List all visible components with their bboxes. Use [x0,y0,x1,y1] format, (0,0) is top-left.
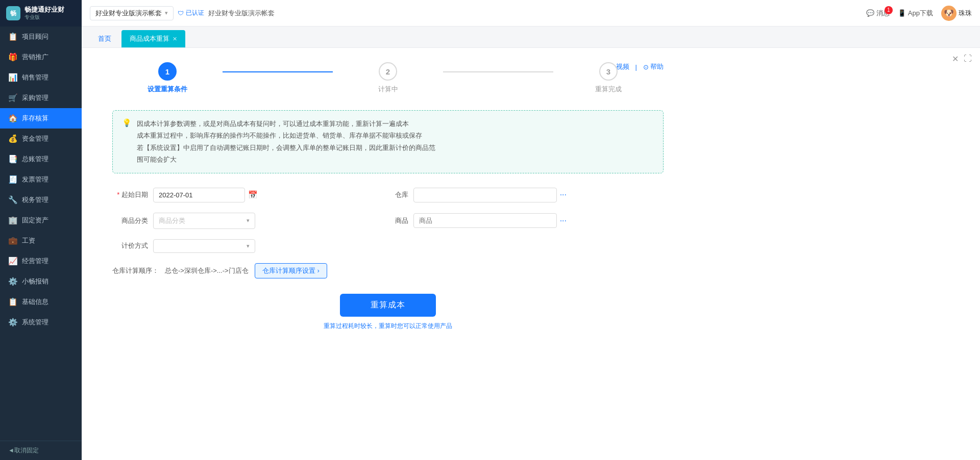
category-label: 商品分类 [112,216,153,225]
message-button[interactable]: 💬 消息 1 [866,9,890,18]
sidebar-item-label: 税务管理 [22,195,48,205]
form-section: 起始日期 📅 仓库 ··· [112,188,664,278]
sidebar-item-expense[interactable]: ⚙️ 小畅报销 [0,271,82,292]
info-text: 因成本计算参数调整，或是对商品成本有疑问时，可以通过成本重算功能，重新计算一遍成… [137,118,435,166]
sidebar-item-project[interactable]: 📋 项目顾问 [0,27,82,47]
topbar-right: 💬 消息 1 📱 App下载 🐶 珠珠 [866,6,972,21]
pricing-group: 计价方式 ▾ [112,239,664,253]
category-select[interactable]: 商品分类 ▾ [153,213,255,229]
system-icon: ⚙️ [8,318,18,327]
step-1-num: 1 [165,67,169,76]
calendar-icon[interactable]: 📅 [248,190,258,199]
marketing-icon: 🎁 [8,53,18,62]
warehouse-input[interactable] [413,188,557,202]
warehouse-order-row: 仓库计算顺序： 总仓->深圳仓库->...->门店仓 仓库计算顺序设置 › [112,263,664,278]
sidebar-header: 畅 畅捷通好业财 专业版 [0,0,82,27]
warehouse-label: 仓库 [388,190,413,199]
sidebar-item-tax[interactable]: 🔧 税务管理 [0,190,82,210]
sidebar-item-salary[interactable]: 💼 工资 [0,231,82,251]
help-link[interactable]: ⊙ 帮助 [643,62,664,71]
sidebar-item-label: 采购管理 [22,93,48,103]
recalc-tab-label: 商品成本重算 [130,34,169,43]
sidebar-item-label: 资金管理 [22,134,48,143]
app-download-button[interactable]: 📱 App下载 [898,9,933,18]
form-row-2: 商品分类 商品分类 ▾ 商品 ··· [112,213,664,229]
info-line-2: 成本重算过程中，影响库存账的操作均不能操作，比如进货单、销货单、库存单据不能审核… [137,130,435,141]
app-subtitle: 专业版 [24,14,64,21]
sidebar-item-label: 营销推广 [22,53,48,62]
category-select-text: 商品分类 [159,216,185,225]
salary-icon: 💼 [8,236,18,245]
sidebar-item-operation[interactable]: 📈 经营管理 [0,251,82,271]
category-field: 商品分类 ▾ [153,213,316,229]
sidebar-item-label: 固定资产 [22,216,48,225]
app-logo-icon: 畅 [6,6,20,20]
sales-icon: 📊 [8,73,18,82]
step-1-circle: 1 [158,62,177,81]
sidebar-nav: 📋 项目顾问 🎁 营销推广 📊 销售管理 🛒 采购管理 🏠 库存核算 💰 资金管… [0,27,82,441]
step-3-num: 3 [606,67,610,76]
start-date-group: 起始日期 📅 [112,188,388,202]
sidebar-item-finance[interactable]: 💰 资金管理 [0,129,82,149]
recalc-button[interactable]: 重算成本 [340,294,436,317]
tab-recalc[interactable]: 商品成本重算 ✕ [121,30,185,47]
account-selector[interactable]: 好业财专业版演示帐套 ▾ [90,6,174,20]
warehouse-more-icon[interactable]: ··· [560,190,567,199]
content-action-bar: ✕ ⛶ [952,54,972,64]
sidebar-item-basic[interactable]: 📋 基础信息 [0,292,82,312]
user-menu[interactable]: 🐶 珠珠 [941,6,972,21]
start-date-input[interactable] [153,188,245,202]
expand-panel-button[interactable]: ⛶ [964,54,972,64]
inventory-icon: 🏠 [8,114,18,123]
project-icon: 📋 [8,32,18,41]
sidebar: 畅 畅捷通好业财 专业版 📋 项目顾问 🎁 营销推广 📊 销售管理 🛒 采购管理… [0,0,82,460]
product-input[interactable] [413,213,557,228]
shield-icon: 🛡 [178,10,184,17]
tab-home[interactable]: 首页 [90,30,119,47]
sidebar-item-purchase[interactable]: 🛒 采购管理 [0,88,82,108]
video-label: 视频 [616,62,629,71]
product-more-icon[interactable]: ··· [560,216,567,225]
app-title: 畅捷通好业财 [24,6,64,14]
account-chevron-icon: ▾ [165,10,168,16]
basic-icon: 📋 [8,297,18,306]
topbar: 好业财专业版演示帐套 ▾ 🛡 已认证 好业财专业版演示帐套 💬 消息 1 📱 A… [82,0,980,27]
verified-label: 已认证 [186,9,204,17]
asset-icon: 🏢 [8,216,18,225]
sidebar-item-label: 库存核算 [22,114,48,123]
pricing-select[interactable]: ▾ [153,239,255,253]
sidebar-item-accounting[interactable]: 📑 总账管理 [0,149,82,169]
sidebar-item-label: 经营管理 [22,257,48,266]
close-panel-button[interactable]: ✕ [952,54,959,64]
lightbulb-icon: 💡 [122,118,132,127]
sidebar-item-label: 销售管理 [22,73,48,82]
stepper: 1 设置重算条件 2 计算中 3 重算完成 [112,62,664,94]
accounting-icon: 📑 [8,155,18,164]
warehouse-btn-label: 仓库计算顺序设置 [262,266,315,275]
sidebar-unpin-button[interactable]: ◄取消固定 [0,441,82,460]
info-line-4: 围可能会扩大 [137,154,435,165]
pricing-field: ▾ [153,239,316,253]
start-date-label: 起始日期 [112,190,153,199]
invoice-icon: 🧾 [8,175,18,184]
step-2-num: 2 [386,67,390,76]
step-3-label: 重算完成 [595,85,622,94]
user-name: 珠珠 [959,9,972,18]
sidebar-item-system[interactable]: ⚙️ 系统管理 [0,312,82,333]
sidebar-item-inventory[interactable]: 🏠 库存核算 [0,108,82,129]
sidebar-item-sales[interactable]: 📊 销售管理 [0,67,82,88]
divider: | [635,63,637,71]
finance-icon: 💰 [8,134,18,143]
category-chevron-icon: ▾ [247,217,250,224]
sidebar-item-asset[interactable]: 🏢 固定资产 [0,210,82,231]
warehouse-order-label: 仓库计算顺序： [112,266,159,275]
sidebar-item-marketing[interactable]: 🎁 营销推广 [0,47,82,67]
warehouse-group: 仓库 ··· [388,188,664,202]
sidebar-item-label: 系统管理 [22,318,48,327]
warehouse-order-settings-button[interactable]: 仓库计算顺序设置 › [255,263,327,278]
sidebar-item-label: 项目顾问 [22,32,48,41]
app-download-label: App下载 [908,9,933,18]
sidebar-item-invoice[interactable]: 🧾 发票管理 [0,169,82,190]
tab-close-icon[interactable]: ✕ [173,36,177,42]
warehouse-btn-arrow-icon: › [317,267,320,274]
